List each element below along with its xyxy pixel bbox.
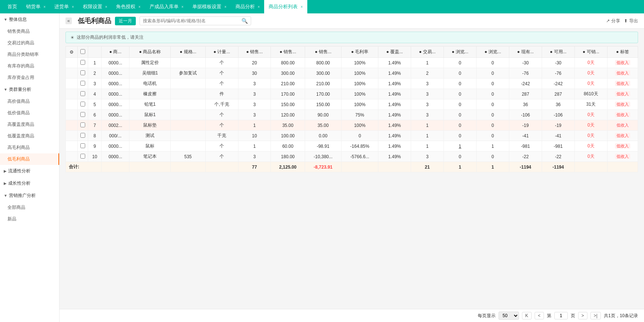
th-settings[interactable]: ⚙ [66,47,78,58]
sidebar-item-high-margin[interactable]: 高毛利商品 [0,142,59,153]
th-sales-price[interactable]: ● 销售... [271,47,305,58]
sidebar-item-category-rate[interactable]: 商品分类助销率 [0,49,59,60]
sidebar-item-low-coverage[interactable]: 低覆盖度商品 [0,130,59,142]
row-browse1[interactable]: 0 [443,99,476,110]
sidebar-item-all-goods[interactable]: 全部商品 [0,202,59,213]
row-select-checkbox[interactable] [80,112,85,117]
sidebar-item-high-coverage[interactable]: 高覆盖度商品 [0,119,59,130]
sidebar-collapse-button[interactable]: « [65,17,72,24]
sidebar-group-growth[interactable]: ▶ 成长性分析 [0,177,59,189]
page-number-input[interactable] [554,312,568,319]
row-name: 橡皮擦 [129,89,171,99]
nav-permissions[interactable]: 权限设置 × [79,0,112,13]
sidebar-group-cluster[interactable]: ▼ 类群量分析 [0,83,59,96]
first-page-button[interactable]: K [522,312,532,319]
sidebar-item-low-margin[interactable]: 低毛利商品 [0,153,59,165]
sidebar-item-low-value[interactable]: 低价值商品 [0,107,59,119]
th-sales-profit[interactable]: ● 销售... [305,47,341,58]
nav-template-close[interactable]: × [224,5,227,9]
row-checkbox[interactable] [78,120,88,131]
share-button[interactable]: ↗ 分享 [606,18,620,24]
row-select-checkbox[interactable] [80,70,85,75]
row-browse1[interactable]: 0 [443,89,476,99]
th-sellable[interactable]: ● 可销... [574,47,607,58]
th-code[interactable]: ● 商... [102,47,129,58]
th-current-stock[interactable]: ● 现有... [509,47,542,58]
th-transaction[interactable]: ● 交易... [411,47,444,58]
row-browse1[interactable]: 1 [443,141,476,152]
page-size-select[interactable]: 50 100 200 [499,312,519,320]
nav-products-in[interactable]: 产成品入库单 × [145,0,188,13]
row-checkbox[interactable] [78,79,88,89]
row-select-checkbox[interactable] [80,154,85,159]
sidebar-item-new-goods[interactable]: 新品 [0,213,59,225]
row-select-checkbox[interactable] [80,133,85,138]
row-code: 0000... [102,152,129,162]
row-select-checkbox[interactable] [80,143,85,148]
row-select-checkbox[interactable] [80,122,85,127]
row-browse1[interactable]: 0 [443,152,476,162]
export-button[interactable]: ⬆ 导出 [624,18,638,24]
row-settings [66,110,78,120]
search-input[interactable] [143,18,241,23]
nav-analysis-list[interactable]: 商品分析列表 × [264,0,307,13]
nav-analysis[interactable]: 商品分析 × [231,0,264,13]
nav-analysis-list-close[interactable]: × [301,5,303,9]
row-checkbox[interactable] [78,58,88,68]
nav-analysis-close[interactable]: × [257,5,260,9]
sidebar-item-stock-goods[interactable]: 有库存的商品 [0,60,59,72]
row-browse1[interactable]: 0 [443,131,476,141]
sidebar-group-marketing[interactable]: ▼ 营销推广分析 [0,189,59,202]
row-checkbox[interactable] [78,131,88,141]
sidebar-group-flow[interactable]: ▶ 流通性分析 [0,165,59,177]
sidebar-group-overall[interactable]: ▼ 整体信息 [0,13,59,26]
row-browse1[interactable]: 0 [443,110,476,120]
th-checkbox[interactable] [78,47,88,58]
row-checkbox[interactable] [78,89,88,99]
sidebar-item-high-value[interactable]: 高价值商品 [0,96,59,107]
th-browse2[interactable]: ● 浏览... [476,47,509,58]
nav-purchase-close[interactable]: × [72,5,74,9]
th-gross-margin[interactable]: ● 毛利率 [341,47,378,58]
row-checkbox[interactable] [78,99,88,110]
th-name[interactable]: ● 商品名称 [129,47,171,58]
row-browse1[interactable]: 0 [443,79,476,89]
row-checkbox[interactable] [78,141,88,152]
row-checkbox[interactable] [78,152,88,162]
th-browse1[interactable]: ● 浏览... [443,47,476,58]
row-checkbox[interactable] [78,110,88,120]
date-filter-button[interactable]: 近一月 [115,17,136,25]
nav-permissions-close[interactable]: × [105,5,108,9]
nav-products-close[interactable]: × [182,5,184,9]
sidebar-item-stock-capital[interactable]: 库存资金占用 [0,72,59,83]
th-tag[interactable]: ● 标签 [607,47,638,58]
total-browse2: 1 [476,162,509,172]
row-select-checkbox[interactable] [80,81,85,86]
row-browse1[interactable]: 0 [443,68,476,79]
sidebar-item-traded-goods[interactable]: 交易过的商品 [0,37,59,49]
select-all-checkbox[interactable] [80,49,85,54]
th-sales-qty[interactable]: ● 销售... [238,47,271,58]
search-icon[interactable]: 🔍 [241,18,248,24]
th-unit[interactable]: ● 计量... [205,47,238,58]
nav-purchase[interactable]: 进货单 × [50,0,78,13]
nav-template[interactable]: 单据模板设置 × [188,0,231,13]
row-select-checkbox[interactable] [80,60,85,65]
nav-roles[interactable]: 角色授权 × [112,0,145,13]
nav-sales[interactable]: 销货单 × [22,0,50,13]
prev-page-button[interactable]: < [535,312,544,319]
sidebar-item-sales-goods[interactable]: 销售类商品 [0,26,59,37]
th-coverage[interactable]: ● 覆盖... [378,47,411,58]
th-spec[interactable]: ● 规格... [170,47,205,58]
nav-roles-close[interactable]: × [138,5,141,9]
nav-home[interactable]: 首页 [3,0,22,13]
row-select-checkbox[interactable] [80,91,85,96]
row-select-checkbox[interactable] [80,102,85,106]
th-available[interactable]: ● 可用... [542,47,574,58]
next-page-button[interactable]: > [578,312,587,319]
row-checkbox[interactable] [78,68,88,79]
nav-sales-close[interactable]: × [44,5,46,9]
last-page-button[interactable]: >| [590,312,601,319]
row-browse1[interactable]: 0 [443,120,476,131]
row-browse1[interactable]: 0 [443,58,476,68]
